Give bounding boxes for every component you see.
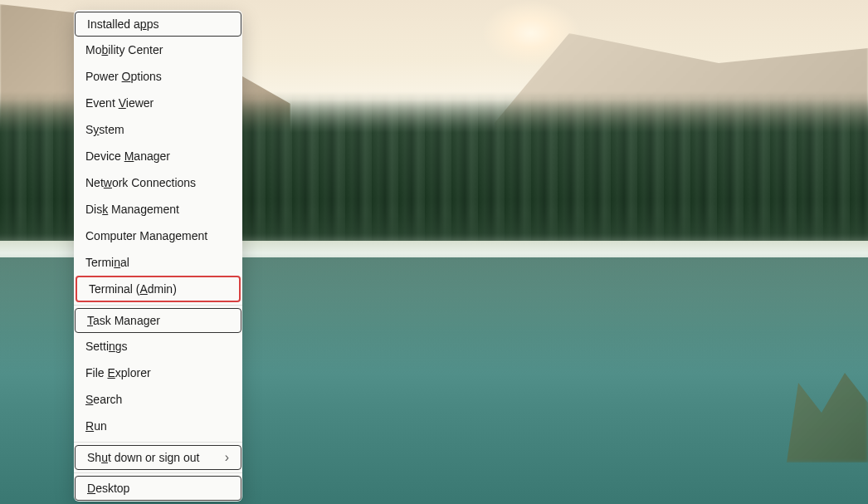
menu-item-terminal-admin[interactable]: Terminal (Admin) — [76, 276, 241, 302]
menu-item-settings[interactable]: Settings — [74, 333, 242, 360]
menu-item-task-manager[interactable]: Task Manager — [75, 308, 241, 333]
menu-item-label: Disk Management — [85, 203, 179, 216]
menu-separator — [74, 472, 242, 473]
menu-item-label: Installed apps — [87, 17, 158, 31]
menu-item-search[interactable]: Search — [74, 386, 242, 413]
menu-item-label: System — [85, 123, 124, 136]
menu-item-event-viewer[interactable]: Event Viewer — [74, 90, 242, 116]
menu-item-label: Event Viewer — [85, 96, 154, 110]
menu-item-terminal[interactable]: Terminal — [74, 249, 242, 276]
menu-separator — [74, 442, 242, 443]
menu-item-label: Mobility Center — [85, 43, 163, 56]
menu-item-installed-apps[interactable]: Installed apps — [75, 12, 241, 37]
menu-item-file-explorer[interactable]: File Explorer — [74, 360, 242, 386]
menu-item-label: Desktop — [87, 482, 129, 495]
menu-item-label: Device Manager — [85, 149, 170, 163]
menu-item-device-manager[interactable]: Device Manager — [74, 143, 242, 169]
menu-item-label: Run — [85, 419, 107, 433]
menu-item-run[interactable]: Run — [74, 413, 242, 439]
menu-item-mobility-center[interactable]: Mobility Center — [74, 37, 242, 63]
menu-item-label: Terminal — [85, 256, 129, 269]
menu-item-desktop[interactable]: Desktop — [75, 476, 241, 501]
menu-item-label: Search — [85, 393, 122, 406]
menu-item-label: Settings — [85, 340, 128, 353]
winx-context-menu: Installed appsMobility CenterPower Optio… — [74, 10, 242, 502]
menu-item-shutdown-signout[interactable]: Shut down or sign out› — [75, 445, 241, 470]
menu-separator — [74, 305, 242, 306]
menu-item-label: Power Options — [85, 70, 162, 83]
menu-item-computer-management[interactable]: Computer Management — [74, 223, 242, 249]
menu-item-network-connections[interactable]: Network Connections — [74, 169, 242, 196]
menu-item-label: Network Connections — [85, 176, 196, 189]
chevron-right-icon: › — [225, 450, 229, 465]
menu-item-label: Terminal (Admin) — [89, 282, 177, 296]
menu-item-label: Shut down or sign out — [87, 451, 199, 464]
menu-item-power-options[interactable]: Power Options — [74, 63, 242, 90]
menu-item-label: Task Manager — [87, 314, 160, 327]
menu-item-label: File Explorer — [85, 366, 151, 379]
menu-item-label: Computer Management — [85, 229, 207, 242]
menu-item-disk-management[interactable]: Disk Management — [74, 196, 242, 223]
menu-item-system[interactable]: System — [74, 116, 242, 143]
